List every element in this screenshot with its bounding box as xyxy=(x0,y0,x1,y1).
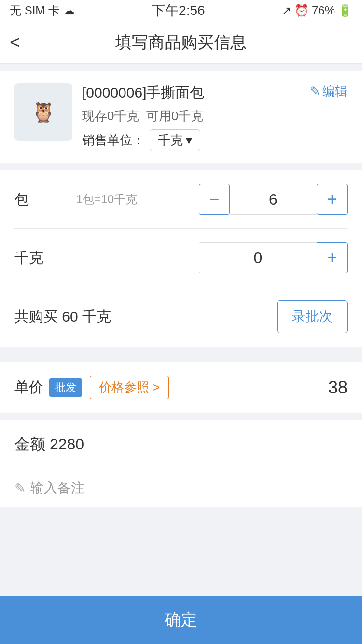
status-right: ↗ ⏰ 76% 🔋 xyxy=(282,4,352,17)
status-left: 无 SIM 卡 ☁ xyxy=(10,3,75,18)
product-unit-row: 销售单位： 千克 ▾ xyxy=(82,129,348,151)
quantity-section: 包 1包=10千克 − + 千克 + xyxy=(0,170,362,287)
section-divider-2 xyxy=(0,347,362,354)
price-label: 单价 xyxy=(14,378,43,397)
amount-row: 金额 2280 xyxy=(0,420,362,469)
amount-label: 金额 xyxy=(14,435,45,453)
pack-decrease-button[interactable]: − xyxy=(199,184,230,215)
note-placeholder: 输入备注 xyxy=(30,479,84,497)
pencil-icon: ✎ xyxy=(14,480,26,496)
pack-sublabel: 1包=10千克 xyxy=(76,192,199,207)
summary-text: 共购买 60 千克 xyxy=(14,307,111,327)
confirm-bar[interactable]: 确定 xyxy=(0,596,362,644)
sim-status: 无 SIM 卡 ☁ xyxy=(10,3,75,18)
kg-increase-button[interactable]: + xyxy=(317,242,348,273)
kg-label: 千克 xyxy=(14,248,72,268)
battery-status: 76% xyxy=(312,4,335,17)
note-row[interactable]: ✎ 输入备注 xyxy=(0,469,362,507)
status-bar: 无 SIM 卡 ☁ 下午2:56 ↗ ⏰ 76% 🔋 xyxy=(0,0,362,21)
batch-button[interactable]: 录批次 xyxy=(277,300,348,333)
summary-section: 共购买 60 千克 录批次 xyxy=(0,287,362,347)
product-name: [0000006]手撕面包 xyxy=(82,83,348,103)
pack-controls: − + xyxy=(199,184,348,215)
confirm-button[interactable]: 确定 xyxy=(165,609,197,631)
amount-value: 2280 xyxy=(50,435,84,453)
battery-icon: 🔋 xyxy=(338,4,352,17)
product-card: 🦉 [0000006]手撕面包 现存0千克 可用0千克 销售单位： 千克 ▾ xyxy=(0,71,362,163)
price-section: 单价 批发 价格参照 > 38 xyxy=(0,362,362,413)
edit-icon: ✎ xyxy=(310,84,320,99)
edit-button[interactable]: ✎ 编辑 xyxy=(310,83,348,100)
product-stock: 现存0千克 可用0千克 xyxy=(82,108,348,125)
kg-row: 千克 + xyxy=(14,229,348,287)
pack-label: 包 xyxy=(14,190,72,210)
kg-quantity-input[interactable] xyxy=(199,242,317,273)
price-value: 38 xyxy=(328,378,348,398)
status-time: 下午2:56 xyxy=(152,1,205,20)
dropdown-icon: ▾ xyxy=(186,133,192,148)
unit-label: 销售单位： xyxy=(82,132,145,149)
unit-selector[interactable]: 千克 ▾ xyxy=(150,129,200,151)
pack-row: 包 1包=10千克 − + xyxy=(14,170,348,229)
price-ref-button[interactable]: 价格参照 > xyxy=(90,376,169,399)
page-title: 填写商品购买信息 xyxy=(115,31,247,54)
price-tag: 批发 xyxy=(49,378,82,397)
section-divider-1 xyxy=(0,163,362,170)
back-button[interactable]: < xyxy=(10,32,20,53)
alarm-icon: ⏰ xyxy=(294,4,309,17)
nav-bar: < 填写商品购买信息 xyxy=(0,21,362,64)
pack-quantity-input[interactable] xyxy=(230,184,317,215)
pack-increase-button[interactable]: + xyxy=(317,184,348,215)
product-thumbnail: 🦉 xyxy=(14,83,72,141)
location-icon: ↗ xyxy=(282,4,292,17)
kg-controls: + xyxy=(199,242,348,273)
product-logo: 🦉 xyxy=(31,101,56,124)
product-info: [0000006]手撕面包 现存0千克 可用0千克 销售单位： 千克 ▾ xyxy=(82,83,348,151)
